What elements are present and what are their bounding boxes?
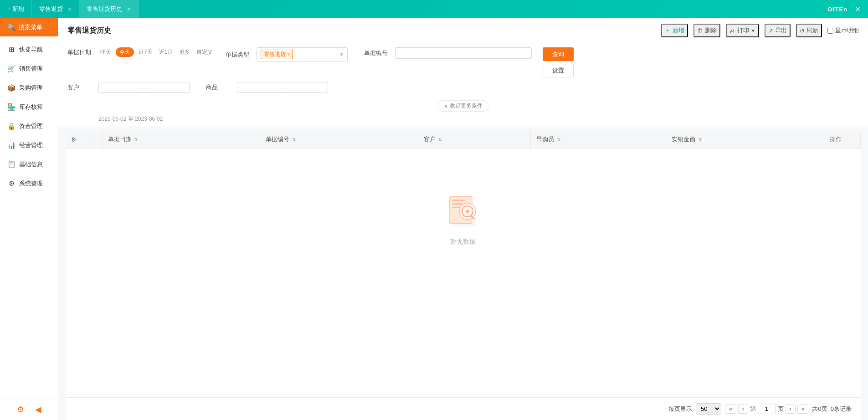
collapse-sidebar-icon[interactable]: ◀ — [35, 405, 41, 415]
sidebar-item-basic-info-label: 基础信息 — [19, 160, 43, 169]
th-checkbox[interactable] — [90, 136, 96, 142]
type-tag-close[interactable]: × — [287, 52, 290, 57]
sidebar-item-basic-info[interactable]: 📋 基础信息 — [0, 155, 58, 174]
export-button[interactable]: ↗ 导出 — [765, 24, 791, 37]
collapse-button[interactable]: ∧ 收起更多条件 — [438, 100, 488, 112]
date-opt-7days[interactable]: 近7天 — [137, 47, 154, 57]
th-settings[interactable]: ⚙ — [66, 131, 84, 149]
export-label: 导出 — [775, 26, 787, 35]
delete-icon: 🗑 — [697, 27, 703, 34]
th-customer[interactable]: 客户 ⇅ — [418, 131, 530, 149]
query-button[interactable]: 查询 — [543, 47, 574, 61]
page-input[interactable] — [758, 404, 776, 414]
customer-filter-group: 客户 ... — [67, 82, 195, 93]
th-guide-sort-icon: ⇅ — [557, 137, 560, 142]
setting-button[interactable]: 设置 — [543, 64, 574, 77]
sidebar-item-purchase-mgmt[interactable]: 📦 采购管理 — [0, 78, 58, 97]
date-opt-1month[interactable]: 近1月 — [157, 47, 175, 57]
last-page-button[interactable]: » — [797, 405, 809, 414]
sidebar-item-finance[interactable]: 🔒 资金管理 — [0, 117, 58, 136]
sidebar-item-inventory[interactable]: 🏪 库存核算 — [0, 97, 58, 117]
display-detail-input[interactable] — [827, 28, 833, 34]
th-date[interactable]: 单据日期 ⇅ — [102, 131, 260, 149]
th-check[interactable] — [84, 131, 102, 149]
type-tag: 零售退货 × — [261, 50, 293, 59]
data-table: ⚙ 单据日期 ⇅ 单据编号 ⇅ — [66, 131, 861, 282]
tab-retail-return-history-close[interactable]: ✕ — [127, 6, 131, 12]
date-opt-today[interactable]: 今天 — [116, 47, 134, 57]
settings-gear-icon[interactable]: ⚙ — [71, 136, 77, 143]
page-header: 零售退货历史 ＋ 新增 🗑 删除 🖨 打印 ▼ — [58, 18, 868, 127]
print-dropdown-icon: ▼ — [751, 28, 755, 33]
th-guide[interactable]: 导购员 ⇅ — [531, 131, 666, 149]
sys-icon: ⚙ — [7, 179, 15, 188]
content-inner: ⚙ 单据日期 ⇅ 单据编号 ⇅ — [58, 127, 868, 420]
empty-state: 暂无数据 — [66, 149, 861, 282]
type-filter-dropdown-icon: ▼ — [339, 52, 344, 57]
th-customer-label: 客户 — [424, 136, 436, 143]
export-icon: ↗ — [768, 27, 773, 34]
date-opt-yesterday[interactable]: 昨天 — [98, 47, 113, 57]
print-button[interactable]: 🖨 打印 ▼ — [726, 24, 759, 37]
th-voucher-sort-icon: ⇅ — [292, 137, 296, 142]
sidebar-item-quick-nav[interactable]: ⊞ 快捷导航 — [0, 40, 58, 59]
first-page-button[interactable]: « — [725, 405, 736, 414]
collapse-label: 收起更多条件 — [450, 102, 483, 110]
type-filter-label: 单据类型 — [226, 51, 253, 59]
date-opt-custom[interactable]: 自定义 — [195, 47, 215, 57]
date-opt-more[interactable]: 更多 — [177, 47, 192, 57]
quick-nav-icon: ⊞ — [7, 46, 15, 54]
sidebar-item-purchase-label: 采购管理 — [19, 84, 43, 92]
sidebar-item-quick-nav-label: 快捷导航 — [19, 46, 43, 54]
sidebar-item-sys-mgmt[interactable]: ⚙ 系统管理 — [0, 174, 58, 193]
app-logo: OfTEn — [827, 6, 847, 13]
per-page-select[interactable]: 10 20 50 100 — [696, 403, 721, 415]
th-guide-label: 导购员 — [536, 136, 554, 143]
settings-bottom-icon[interactable]: ⚙ — [17, 405, 24, 415]
add-button[interactable]: ＋ 新增 — [661, 24, 688, 37]
pagination-summary: 共0页, 0条记录 — [812, 405, 852, 413]
goods-filter-btn[interactable]: ... — [237, 82, 328, 93]
customer-filter-btn[interactable]: ... — [98, 82, 190, 93]
sidebar-item-sys-label: 系统管理 — [19, 179, 43, 188]
th-date-label: 单据日期 — [108, 136, 132, 143]
th-op: 操作 — [824, 131, 861, 149]
tab-retail-return[interactable]: 零售退货 ✕ — [32, 0, 79, 18]
next-page-button[interactable]: › — [786, 405, 796, 414]
sidebar-item-sales-mgmt[interactable]: 🛒 销售管理 — [0, 59, 58, 78]
per-page-label: 每页显示 — [668, 405, 692, 413]
sales-icon: 🛒 — [7, 65, 15, 73]
tab-retail-return-history[interactable]: 零售退货历史 ✕ — [79, 0, 139, 18]
sidebar-item-inventory-label: 库存核算 — [19, 103, 43, 111]
type-filter-tags: 零售退货 × — [261, 50, 339, 59]
action-buttons: 查询 设置 — [543, 47, 574, 77]
sidebar-search[interactable]: 🔍 搜索菜单 — [0, 18, 58, 36]
sidebar: 🔍 搜索菜单 ⊞ 快捷导航 🛒 销售管理 📦 采购管理 🏪 库存核算 🔒 — [0, 18, 58, 420]
display-detail-checkbox[interactable]: 显示明细 — [827, 26, 859, 35]
voucher-filter-input[interactable] — [395, 47, 532, 59]
sidebar-menu: ⊞ 快捷导航 🛒 销售管理 📦 采购管理 🏪 库存核算 🔒 资金管理 📊 — [0, 36, 58, 399]
display-detail-label: 显示明细 — [835, 26, 859, 35]
type-filter-select[interactable]: 零售退货 × ▼ — [257, 47, 348, 61]
top-bar: + 新增 零售退货 ✕ 零售退货历史 ✕ OfTEn ✕ — [0, 0, 868, 18]
page-nav: « ‹ 第 页 › » — [725, 404, 808, 414]
basic-info-icon: 📋 — [7, 160, 15, 169]
sidebar-item-operations[interactable]: 📊 经营管理 — [0, 136, 58, 155]
table-container: ⚙ 单据日期 ⇅ 单据编号 ⇅ — [66, 131, 861, 397]
date-filter-label: 单据日期 — [67, 48, 95, 56]
prev-page-button[interactable]: ‹ — [738, 405, 748, 414]
topbar-right: OfTEn ✕ — [827, 5, 868, 14]
delete-button[interactable]: 🗑 删除 — [693, 24, 720, 37]
tab-retail-return-close[interactable]: ✕ — [67, 6, 72, 12]
th-amount[interactable]: 实销金额 ⇅ — [666, 131, 824, 149]
svg-rect-2 — [452, 200, 465, 201]
operations-icon: 📊 — [7, 141, 15, 149]
th-voucher-label: 单据编号 — [266, 136, 289, 143]
voucher-filter-label: 单据编号 — [364, 49, 391, 57]
th-voucher-no[interactable]: 单据编号 ⇅ — [260, 131, 418, 149]
tab-home[interactable]: + 新增 — [0, 0, 32, 18]
window-close-button[interactable]: ✕ — [855, 5, 861, 14]
purchase-icon: 📦 — [7, 84, 15, 92]
refresh-button[interactable]: ↺ 刷新 — [796, 24, 822, 37]
tab-list: + 新增 零售退货 ✕ 零售退货历史 ✕ — [0, 0, 827, 18]
